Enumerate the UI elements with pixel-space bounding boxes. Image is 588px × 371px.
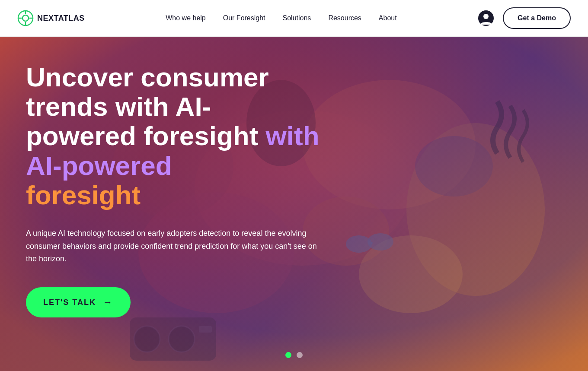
logo-icon bbox=[17, 10, 34, 26]
hero-section: Uncover consumer trends with AI- powered… bbox=[0, 37, 588, 371]
headline-colored-orange: foresight bbox=[26, 180, 141, 210]
navbar: NEXTATLAS Who we help Our Foresight Solu… bbox=[0, 0, 588, 37]
nav-link-about[interactable]: About bbox=[379, 14, 397, 22]
headline-line-1: Uncover consumer trends with AI- bbox=[26, 62, 269, 121]
nav-item-our-foresight[interactable]: Our Foresight bbox=[223, 14, 265, 22]
nav-right: Get a Demo bbox=[478, 7, 571, 29]
carousel-dots bbox=[285, 352, 303, 358]
nav-item-who-we-help[interactable]: Who we help bbox=[166, 14, 206, 22]
nav-link-solutions[interactable]: Solutions bbox=[283, 14, 311, 22]
nav-link-our-foresight[interactable]: Our Foresight bbox=[223, 14, 265, 22]
nav-link-resources[interactable]: Resources bbox=[328, 14, 361, 22]
nav-item-solutions[interactable]: Solutions bbox=[283, 14, 311, 22]
nav-links: Who we help Our Foresight Solutions Reso… bbox=[166, 14, 396, 22]
hero-content: Uncover consumer trends with AI- powered… bbox=[0, 37, 346, 317]
logo-link[interactable]: NEXTATLAS bbox=[17, 10, 85, 26]
lets-talk-button[interactable]: LET'S TALK → bbox=[26, 287, 131, 317]
logo-text: NEXTATLAS bbox=[37, 14, 85, 23]
arrow-icon: → bbox=[103, 297, 113, 308]
get-demo-button[interactable]: Get a Demo bbox=[503, 7, 571, 29]
hero-headline: Uncover consumer trends with AI- powered… bbox=[26, 63, 320, 210]
account-icon[interactable] bbox=[478, 10, 494, 26]
nav-item-about[interactable]: About bbox=[379, 14, 397, 22]
svg-point-1 bbox=[22, 15, 29, 21]
svg-point-7 bbox=[483, 14, 489, 19]
nav-link-who-we-help[interactable]: Who we help bbox=[166, 14, 206, 22]
lets-talk-label: LET'S TALK bbox=[43, 298, 96, 307]
nav-item-resources[interactable]: Resources bbox=[328, 14, 361, 22]
carousel-dot-2[interactable] bbox=[297, 352, 303, 358]
headline-line-2: powered foresight bbox=[26, 121, 266, 151]
hero-subtitle: A unique AI technology focused on early … bbox=[26, 227, 320, 266]
carousel-dot-1[interactable] bbox=[285, 352, 291, 358]
